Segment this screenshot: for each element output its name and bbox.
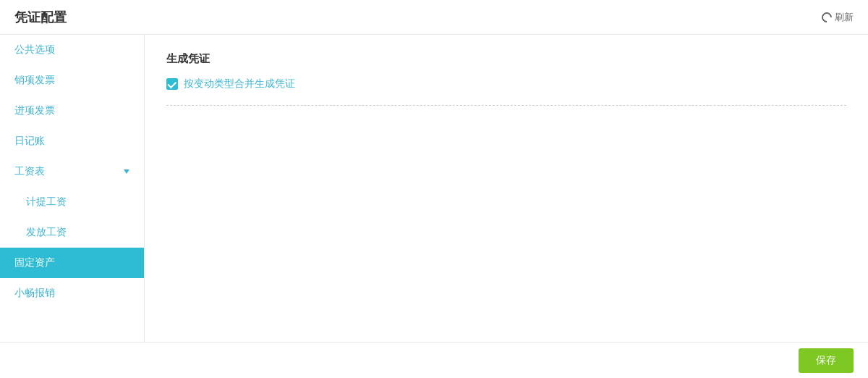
sidebar-item-purchase-invoice[interactable]: 进项发票 xyxy=(0,96,144,126)
merge-voucher-checkbox[interactable] xyxy=(166,78,178,90)
page-container: 凭证配置 刷新 公共选项销项发票进项发票日记账工资表计提工资发放工资固定资产小畅… xyxy=(0,0,868,378)
sidebar: 公共选项销项发票进项发票日记账工资表计提工资发放工资固定资产小畅报销 xyxy=(0,35,145,342)
sidebar-item-label: 公共选项 xyxy=(14,43,55,56)
sidebar-item-label: 销项发票 xyxy=(14,74,55,87)
sidebar-item-label: 日记账 xyxy=(14,135,45,148)
page-title: 凭证配置 xyxy=(14,9,67,26)
refresh-icon xyxy=(820,10,834,25)
sidebar-item-payroll-table[interactable]: 工资表 xyxy=(0,156,144,187)
sidebar-item-fixed-assets[interactable]: 固定资产 xyxy=(0,248,144,278)
sidebar-item-label: 进项发票 xyxy=(14,104,55,117)
sidebar-item-calc-payroll[interactable]: 计提工资 xyxy=(0,187,144,217)
sidebar-item-public-options[interactable]: 公共选项 xyxy=(0,35,144,65)
divider xyxy=(166,105,846,106)
sidebar-item-label: 小畅报销 xyxy=(14,287,55,300)
main-layout: 公共选项销项发票进项发票日记账工资表计提工资发放工资固定资产小畅报销 生成凭证 … xyxy=(0,35,868,342)
sidebar-item-label: 发放工资 xyxy=(26,226,67,239)
refresh-button[interactable]: 刷新 xyxy=(822,11,854,24)
chevron-down-icon xyxy=(124,169,129,174)
footer: 保存 xyxy=(0,342,868,378)
merge-voucher-label: 按变动类型合并生成凭证 xyxy=(184,77,295,91)
sidebar-item-pay-payroll[interactable]: 发放工资 xyxy=(0,217,144,248)
sidebar-item-journal[interactable]: 日记账 xyxy=(0,126,144,156)
section-title: 生成凭证 xyxy=(166,52,846,66)
header: 凭证配置 刷新 xyxy=(0,0,868,35)
refresh-label: 刷新 xyxy=(835,11,854,24)
save-button[interactable]: 保存 xyxy=(799,348,854,373)
checkbox-row: 按变动类型合并生成凭证 xyxy=(166,77,846,91)
sidebar-item-label: 计提工资 xyxy=(26,196,67,209)
sidebar-item-label: 工资表 xyxy=(14,165,45,178)
content-area: 生成凭证 按变动类型合并生成凭证 xyxy=(145,35,868,342)
sidebar-item-expense-report[interactable]: 小畅报销 xyxy=(0,278,144,308)
sidebar-item-label: 固定资产 xyxy=(14,256,55,269)
sidebar-item-sales-invoice[interactable]: 销项发票 xyxy=(0,65,144,96)
